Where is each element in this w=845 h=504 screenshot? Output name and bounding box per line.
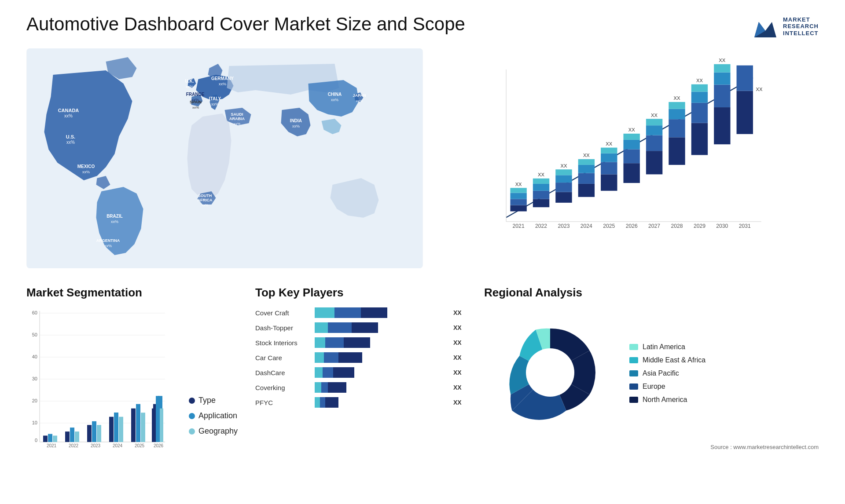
svg-text:MEXICO: MEXICO — [77, 164, 95, 169]
regional-title: Regional Analysis — [484, 286, 819, 299]
svg-text:2024: 2024 — [580, 223, 592, 229]
svg-text:INDIA: INDIA — [290, 118, 302, 123]
player-value: XX — [453, 369, 467, 376]
legend-item-type: Type — [189, 396, 238, 405]
svg-rect-119 — [48, 434, 52, 442]
svg-rect-82 — [669, 119, 685, 137]
player-name: Car Care — [255, 354, 308, 362]
svg-text:XX: XX — [719, 58, 725, 63]
svg-rect-162 — [315, 382, 321, 393]
svg-rect-156 — [315, 352, 324, 363]
svg-text:ITALY: ITALY — [209, 96, 221, 101]
svg-rect-159 — [315, 367, 323, 378]
svg-rect-57 — [578, 184, 595, 197]
player-bar — [312, 396, 449, 409]
player-name: Coverking — [255, 384, 308, 391]
segmentation-bar-chart: 60 50 40 30 20 10 0 — [26, 307, 167, 447]
legend-rect-latin — [629, 344, 638, 350]
legend-dot-application — [189, 413, 195, 419]
svg-text:2029: 2029 — [694, 223, 705, 229]
svg-text:XX: XX — [583, 153, 590, 158]
player-row: Car Care XX — [255, 351, 467, 364]
svg-rect-118 — [43, 436, 48, 442]
player-value: XX — [453, 399, 467, 406]
player-bar — [312, 307, 449, 319]
svg-text:2030: 2030 — [716, 223, 728, 229]
svg-text:40: 40 — [32, 354, 37, 359]
player-value: XX — [453, 384, 467, 391]
svg-text:U.K.: U.K. — [185, 79, 194, 84]
player-bar — [312, 351, 449, 364]
player-value: XX — [453, 309, 467, 316]
page-container: Automotive Dashboard Cover Market Size a… — [0, 0, 845, 504]
svg-rect-52 — [555, 183, 572, 192]
regional-legend-europe: Europe — [629, 383, 705, 391]
svg-rect-84 — [669, 102, 685, 109]
svg-rect-45 — [533, 199, 549, 208]
svg-text:xx%: xx% — [186, 84, 193, 89]
svg-text:CHINA: CHINA — [328, 92, 342, 97]
player-row: Stock Interiors XX — [255, 336, 467, 349]
segmentation-legend: Type Application Geography — [189, 396, 238, 449]
svg-rect-77 — [646, 125, 662, 135]
player-list: Cover Craft XX Dash-Topper — [255, 307, 467, 409]
svg-text:XX: XX — [515, 182, 522, 187]
svg-text:CANADA: CANADA — [58, 108, 79, 113]
logo-box: MARKET RESEARCH INTELLECT — [752, 13, 819, 40]
svg-rect-150 — [315, 322, 328, 333]
svg-text:2023: 2023 — [558, 223, 569, 229]
legend-item-geography: Geography — [189, 427, 238, 436]
regional-label-europe: Europe — [643, 383, 665, 391]
brand-logo-icon — [752, 13, 779, 40]
world-map-container: CANADA xx% U.S. xx% MEXICO xx% BRAZIL xx… — [26, 48, 423, 268]
legend-label-geography: Geography — [198, 427, 238, 436]
source-text: Source : www.marketresearchintellect.com — [484, 444, 819, 450]
svg-text:2026: 2026 — [154, 443, 164, 447]
svg-rect-89 — [691, 92, 708, 103]
player-name: DashCare — [255, 369, 308, 376]
svg-text:SPAIN: SPAIN — [190, 100, 202, 104]
svg-rect-132 — [119, 417, 123, 442]
player-row: Cover Craft XX — [255, 307, 467, 319]
svg-text:2026: 2026 — [626, 223, 638, 229]
svg-text:U.S.: U.S. — [66, 134, 75, 139]
svg-text:xx%: xx% — [111, 219, 118, 224]
svg-rect-96 — [714, 64, 730, 73]
svg-text:SAUDI: SAUDI — [231, 112, 243, 117]
svg-rect-95 — [714, 73, 730, 85]
logo-area: MARKET RESEARCH INTELLECT — [752, 13, 819, 40]
svg-text:0: 0 — [35, 438, 37, 443]
player-name: Dash-Topper — [255, 324, 308, 332]
svg-rect-51 — [555, 192, 572, 203]
svg-text:50: 50 — [32, 332, 37, 337]
header: Automotive Dashboard Cover Market Size a… — [26, 13, 819, 40]
legend-label-application: Application — [198, 411, 237, 420]
svg-rect-130 — [109, 417, 114, 442]
svg-text:xx%: xx% — [192, 106, 199, 110]
legend-rect-mea — [629, 357, 638, 363]
player-row: PFYC XX — [255, 396, 467, 409]
svg-rect-120 — [53, 436, 57, 442]
svg-rect-69 — [623, 163, 639, 183]
svg-rect-39 — [510, 205, 526, 212]
player-name: PFYC — [255, 399, 308, 406]
world-map-svg: CANADA xx% U.S. xx% MEXICO xx% BRAZIL xx… — [26, 48, 423, 268]
svg-text:xx%: xx% — [211, 102, 219, 106]
regional-label-mea: Middle East & Africa — [643, 356, 705, 364]
player-row: Coverking XX — [255, 381, 467, 394]
svg-text:2031: 2031 — [739, 223, 751, 229]
svg-text:ARGENTINA: ARGENTINA — [96, 238, 120, 243]
svg-rect-126 — [87, 425, 92, 442]
players-section: Top Key Players Cover Craft XX Dash-Topp… — [255, 286, 467, 479]
svg-text:XX: XX — [651, 113, 658, 118]
player-value: XX — [453, 354, 467, 361]
player-row: DashCare XX — [255, 366, 467, 379]
player-name: Stock Interiors — [255, 339, 308, 347]
svg-rect-100 — [737, 66, 753, 91]
regional-legend: Latin America Middle East & Africa Asia … — [629, 343, 705, 404]
svg-text:30: 30 — [32, 376, 37, 381]
players-title: Top Key Players — [255, 286, 467, 299]
svg-rect-72 — [623, 134, 639, 140]
svg-point-166 — [526, 348, 574, 397]
segmentation-chart-svg-wrap: 60 50 40 30 20 10 0 — [26, 307, 180, 449]
